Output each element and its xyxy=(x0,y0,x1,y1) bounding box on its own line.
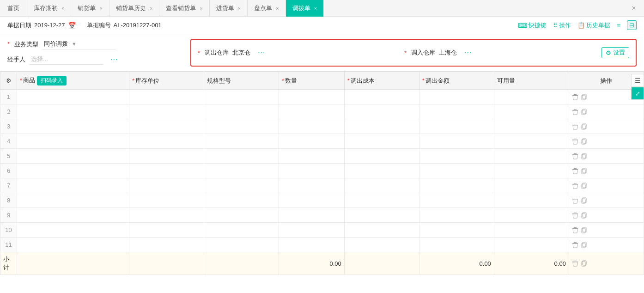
cell-qty[interactable] xyxy=(279,119,345,134)
form-area: * 业务类型 同价调拨 ▼ 经手人 选择... ··· * 调出仓库 xyxy=(0,34,644,71)
tab-stocktake[interactable]: 盘点单 × xyxy=(248,0,286,17)
cell-cost[interactable] xyxy=(344,119,419,134)
cell-qty[interactable] xyxy=(279,178,345,193)
cell-product[interactable] xyxy=(17,223,129,238)
copy-row-button[interactable] xyxy=(581,138,588,145)
cell-qty[interactable] xyxy=(279,238,345,252)
tab-inventory-init[interactable]: 库存期初 × xyxy=(27,0,71,17)
delete-row-button[interactable] xyxy=(572,197,578,204)
tab-sales-history[interactable]: 销货单历史 × xyxy=(109,0,159,17)
tab-view-sales-close[interactable]: × xyxy=(200,6,202,11)
handler-more-dots[interactable]: ··· xyxy=(110,55,118,64)
cell-qty[interactable] xyxy=(279,164,345,178)
th-amount: *调出金额 xyxy=(419,72,494,90)
table-row: 5 xyxy=(0,149,644,164)
cell-product[interactable] xyxy=(17,164,129,178)
tab-purchase[interactable]: 进货单 × xyxy=(210,0,248,17)
copy-row-button[interactable] xyxy=(581,242,588,248)
copy-row-button[interactable] xyxy=(581,183,588,189)
cell-product[interactable] xyxy=(17,119,129,134)
delete-row-button[interactable] xyxy=(572,109,578,115)
window-close-button[interactable]: × xyxy=(627,2,640,15)
delete-row-button[interactable] xyxy=(572,212,578,219)
copy-row-button[interactable] xyxy=(581,197,588,204)
tab-inventory-init-label: 库存期初 xyxy=(34,4,58,12)
cell-cost[interactable] xyxy=(344,238,419,252)
cell-product[interactable] xyxy=(17,104,129,119)
copy-subtotal-button[interactable] xyxy=(581,260,588,267)
tab-purchase-close[interactable]: × xyxy=(238,6,241,11)
cell-cost[interactable] xyxy=(344,193,419,208)
cell-product[interactable] xyxy=(17,238,129,252)
delete-subtotal-button[interactable] xyxy=(572,260,578,267)
cell-qty[interactable] xyxy=(279,104,345,119)
layout2-button[interactable]: ⊟ xyxy=(627,20,637,30)
delete-row-button[interactable] xyxy=(572,242,578,248)
tab-sales-order-close[interactable]: × xyxy=(99,6,102,11)
cell-cost[interactable] xyxy=(344,164,419,178)
cell-qty[interactable] xyxy=(279,193,345,208)
cell-product[interactable] xyxy=(17,193,129,208)
cell-cost[interactable] xyxy=(344,208,419,223)
tab-sales-order[interactable]: 销货单 × xyxy=(71,0,109,17)
tab-transfer-close[interactable]: × xyxy=(314,6,317,11)
cell-product[interactable] xyxy=(17,90,129,104)
scan-button[interactable]: 扫码录入 xyxy=(37,76,67,85)
cell-qty[interactable] xyxy=(279,90,345,104)
delete-row-button[interactable] xyxy=(572,123,578,130)
cell-cost[interactable] xyxy=(344,134,419,149)
cell-cost[interactable] xyxy=(344,223,419,238)
tab-sales-history-close[interactable]: × xyxy=(150,6,152,11)
copy-row-button[interactable] xyxy=(581,227,588,233)
history-button[interactable]: 📋 历史单据 xyxy=(577,21,610,30)
copy-row-button[interactable] xyxy=(581,94,588,100)
cell-qty[interactable] xyxy=(279,149,345,164)
cell-op xyxy=(569,178,644,193)
right-list-button[interactable]: ☰ xyxy=(631,74,644,87)
tab-home[interactable]: 首页 xyxy=(0,0,27,17)
delete-row-button[interactable] xyxy=(572,138,578,145)
tab-view-sales[interactable]: 查看销货单 × xyxy=(159,0,209,17)
out-warehouse-more[interactable]: ··· xyxy=(258,49,265,57)
in-warehouse-more[interactable]: ··· xyxy=(464,49,472,57)
copy-row-button[interactable] xyxy=(581,153,588,159)
cell-product[interactable] xyxy=(17,134,129,149)
tab-inventory-init-close[interactable]: × xyxy=(61,6,64,11)
delete-row-button[interactable] xyxy=(572,168,578,174)
subtotal-row: 小计0.000.000.00 xyxy=(0,252,644,275)
delete-row-button[interactable] xyxy=(572,94,578,100)
copy-row-button[interactable] xyxy=(581,212,588,219)
cell-qty[interactable] xyxy=(279,134,345,149)
delete-row-button[interactable] xyxy=(572,153,578,159)
cell-cost[interactable] xyxy=(344,149,419,164)
copy-row-button[interactable] xyxy=(581,168,588,174)
cell-product[interactable] xyxy=(17,208,129,223)
calendar-icon[interactable]: 📅 xyxy=(68,22,76,29)
cell-cost[interactable] xyxy=(344,104,419,119)
tab-stocktake-close[interactable]: × xyxy=(276,6,279,11)
layout1-button[interactable]: ≡ xyxy=(617,22,620,29)
copy-row-button[interactable] xyxy=(581,123,588,130)
svg-rect-7 xyxy=(582,110,585,115)
delete-row-button[interactable] xyxy=(572,227,578,233)
operations-button[interactable]: ⠿ 操作 xyxy=(553,21,571,30)
cell-cost[interactable] xyxy=(344,90,419,104)
delete-row-button[interactable] xyxy=(572,183,578,189)
tab-transfer[interactable]: 调拨单 × xyxy=(286,0,324,17)
cell-product[interactable] xyxy=(17,149,129,164)
cell-qty[interactable] xyxy=(279,223,345,238)
th-gear[interactable]: ⚙ xyxy=(0,72,17,90)
cell-cost[interactable] xyxy=(344,178,419,193)
out-warehouse-value: 北京仓 xyxy=(232,49,250,57)
shortcuts-button[interactable]: ⌨ 快捷键 xyxy=(518,21,547,30)
handler-select[interactable]: 选择... xyxy=(29,54,103,65)
cell-qty[interactable] xyxy=(279,208,345,223)
copy-row-button[interactable] xyxy=(581,109,588,115)
cell-amount xyxy=(419,238,494,252)
right-expand-button[interactable]: ⤢ xyxy=(631,87,644,100)
settings-button[interactable]: ⚙ 设置 xyxy=(601,47,629,58)
row-number: 8 xyxy=(0,193,17,208)
business-type-select[interactable]: 同价调拨 ▼ xyxy=(42,39,116,49)
cell-product[interactable] xyxy=(17,178,129,193)
handler-placeholder: 选择... xyxy=(31,55,48,63)
